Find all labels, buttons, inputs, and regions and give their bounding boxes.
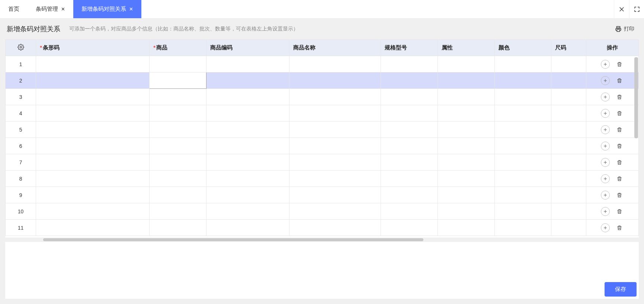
cell-attr[interactable] xyxy=(438,89,494,105)
cell-barcode[interactable] xyxy=(36,138,150,154)
cell-product[interactable] xyxy=(150,171,206,187)
delete-row-button[interactable] xyxy=(615,109,624,118)
cell-spec[interactable] xyxy=(381,122,438,138)
cell-name[interactable] xyxy=(289,220,381,236)
cell-product[interactable] xyxy=(150,72,206,89)
cell-color[interactable] xyxy=(494,72,551,89)
delete-row-button[interactable] xyxy=(615,174,624,183)
cell-name[interactable] xyxy=(289,203,381,220)
add-row-button[interactable] xyxy=(601,191,610,200)
column-settings-button[interactable] xyxy=(6,40,36,56)
add-row-button[interactable] xyxy=(601,93,610,101)
cell-color[interactable] xyxy=(494,138,551,154)
add-row-button[interactable] xyxy=(601,76,610,85)
cell-attr[interactable] xyxy=(438,203,494,220)
cell-size[interactable] xyxy=(551,171,586,187)
cell-attr[interactable] xyxy=(438,122,494,138)
cell-spec[interactable] xyxy=(381,72,438,89)
cell-name[interactable] xyxy=(289,154,381,171)
cell-code[interactable] xyxy=(206,138,289,154)
table-row[interactable]: 9 xyxy=(6,187,639,203)
cell-code[interactable] xyxy=(206,220,289,236)
cell-code[interactable] xyxy=(206,187,289,203)
cell-spec[interactable] xyxy=(381,203,438,220)
cell-product[interactable] xyxy=(150,154,206,171)
cell-barcode[interactable] xyxy=(36,122,150,138)
cell-product[interactable] xyxy=(150,220,206,236)
print-button[interactable]: 打印 xyxy=(615,26,637,32)
cell-attr[interactable] xyxy=(438,72,494,89)
cell-size[interactable] xyxy=(551,187,586,203)
cell-code[interactable] xyxy=(206,72,289,89)
cell-barcode[interactable] xyxy=(36,203,150,220)
cell-product[interactable] xyxy=(150,203,206,220)
cell-color[interactable] xyxy=(494,122,551,138)
cell-name[interactable] xyxy=(289,72,381,89)
cell-spec[interactable] xyxy=(381,138,438,154)
add-row-button[interactable] xyxy=(601,125,610,134)
save-button[interactable]: 保存 xyxy=(605,282,637,297)
delete-row-button[interactable] xyxy=(615,223,624,232)
cell-spec[interactable] xyxy=(381,187,438,203)
add-row-button[interactable] xyxy=(601,109,610,118)
cell-name[interactable] xyxy=(289,187,381,203)
add-row-button[interactable] xyxy=(601,223,610,232)
cell-size[interactable] xyxy=(551,203,586,220)
delete-row-button[interactable] xyxy=(615,76,624,85)
cell-spec[interactable] xyxy=(381,105,438,122)
cell-color[interactable] xyxy=(494,203,551,220)
tab-close-icon[interactable]: ✕ xyxy=(129,7,133,12)
tab[interactable]: 首页 xyxy=(0,0,28,18)
cell-color[interactable] xyxy=(494,105,551,122)
cell-code[interactable] xyxy=(206,122,289,138)
cell-size[interactable] xyxy=(551,56,586,72)
cell-spec[interactable] xyxy=(381,220,438,236)
delete-row-button[interactable] xyxy=(615,158,624,167)
cell-product[interactable] xyxy=(150,122,206,138)
table-row[interactable]: 11 xyxy=(6,220,639,236)
add-row-button[interactable] xyxy=(601,60,610,69)
table-row[interactable]: 10 xyxy=(6,203,639,220)
add-row-button[interactable] xyxy=(601,174,610,183)
cell-product[interactable] xyxy=(150,138,206,154)
cell-name[interactable] xyxy=(289,89,381,105)
cell-color[interactable] xyxy=(494,220,551,236)
delete-row-button[interactable] xyxy=(615,142,624,151)
cell-barcode[interactable] xyxy=(36,105,150,122)
add-row-button[interactable] xyxy=(601,142,610,151)
add-row-button[interactable] xyxy=(601,158,610,167)
table-row[interactable]: 2 xyxy=(6,72,639,89)
cell-size[interactable] xyxy=(551,138,586,154)
cell-name[interactable] xyxy=(289,105,381,122)
cell-code[interactable] xyxy=(206,171,289,187)
tab-close-icon[interactable]: ✕ xyxy=(61,7,65,12)
cell-attr[interactable] xyxy=(438,154,494,171)
cell-product[interactable] xyxy=(150,187,206,203)
cell-size[interactable] xyxy=(551,72,586,89)
delete-row-button[interactable] xyxy=(615,125,624,134)
cell-code[interactable] xyxy=(206,154,289,171)
vertical-scrollbar[interactable] xyxy=(634,57,638,270)
cell-size[interactable] xyxy=(551,105,586,122)
cell-barcode[interactable] xyxy=(36,187,150,203)
cell-barcode[interactable] xyxy=(36,72,150,89)
table-row[interactable]: 7 xyxy=(6,154,639,171)
cell-code[interactable] xyxy=(206,89,289,105)
table-row[interactable]: 6 xyxy=(6,138,639,154)
cell-color[interactable] xyxy=(494,56,551,72)
cell-product[interactable] xyxy=(150,105,206,122)
table-row[interactable]: 5 xyxy=(6,122,639,138)
cell-barcode[interactable] xyxy=(36,56,150,72)
tab[interactable]: 条码管理✕ xyxy=(28,0,73,18)
table-row[interactable]: 1 xyxy=(6,56,639,72)
cell-barcode[interactable] xyxy=(36,171,150,187)
cell-name[interactable] xyxy=(289,171,381,187)
cell-attr[interactable] xyxy=(438,56,494,72)
delete-row-button[interactable] xyxy=(615,93,624,101)
tab[interactable]: 新增条码对照关系✕ xyxy=(73,0,141,18)
cell-barcode[interactable] xyxy=(36,154,150,171)
cell-color[interactable] xyxy=(494,171,551,187)
cell-product[interactable] xyxy=(150,56,206,72)
table-row[interactable]: 8 xyxy=(6,171,639,187)
delete-row-button[interactable] xyxy=(615,191,624,200)
